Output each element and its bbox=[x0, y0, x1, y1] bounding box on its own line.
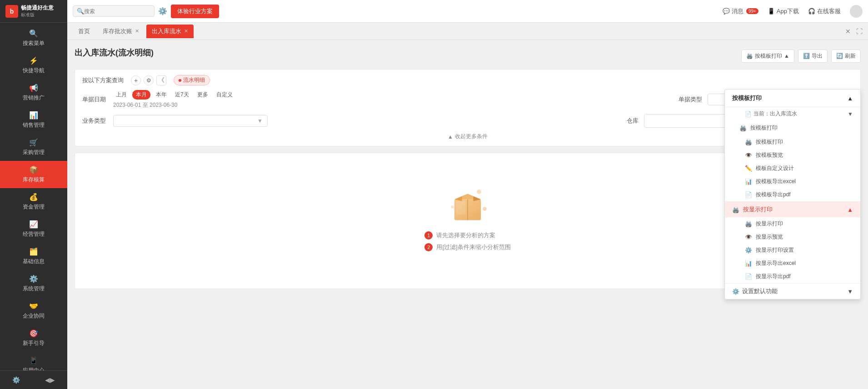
display-print-group-icon: 🖨️ bbox=[732, 206, 739, 213]
business-type-select[interactable]: ▼ bbox=[113, 115, 268, 127]
template-custom-label: 模板自定义设计 bbox=[756, 165, 794, 172]
footer-label: 设置默认功能 bbox=[742, 287, 778, 295]
sidebar-item-sales[interactable]: 📊 销售管理 bbox=[0, 106, 67, 134]
display-excel-label: 按显示导出excel bbox=[756, 259, 796, 267]
tab-home[interactable]: 首页 bbox=[73, 25, 95, 38]
support-btn[interactable]: 🎧 在线客服 bbox=[808, 7, 841, 15]
sidebar-item-collab[interactable]: 🤝 企业协同 bbox=[0, 297, 67, 324]
sidebar-item-quicknav[interactable]: ⚡ 快捷导航 bbox=[0, 52, 67, 79]
nav-label-basic: 基础信息 bbox=[23, 258, 45, 265]
tab-label-batch: 库存批次账 bbox=[103, 27, 132, 35]
search-box[interactable]: 🔍 bbox=[73, 5, 155, 17]
sidebar-item-operations[interactable]: 📈 经营管理 bbox=[0, 215, 67, 243]
date-filter: 上月本月本年近7天更多自定义 2023-06-01 至 2023-06-30 bbox=[113, 90, 235, 109]
sidebar-item-inventory[interactable]: 📦 库存核算 bbox=[0, 161, 67, 188]
filter-collapse-btn[interactable]: 《 bbox=[156, 75, 166, 85]
business-type-label: 业务类型 bbox=[82, 117, 106, 125]
sidebar-item-purchase[interactable]: 🛒 采购管理 bbox=[0, 134, 67, 161]
date-option-current_month[interactable]: 本月 bbox=[132, 90, 150, 100]
date-label: 单据日期 bbox=[82, 95, 106, 104]
header-actions: 🖨️ 按模板打印 ▲ ⬆️ 导出 🔄 刷新 bbox=[741, 50, 861, 63]
template-preview-label: 按模板预览 bbox=[756, 151, 783, 159]
doc-type-label: 单据类型 bbox=[678, 95, 702, 104]
sidebar-item-guide[interactable]: 🎯 新手引导 bbox=[0, 324, 67, 352]
sidebar-collapse-btn[interactable]: ◀▶ bbox=[43, 374, 57, 385]
display-preview-label: 按显示预览 bbox=[756, 233, 783, 241]
display-pdf-label: 按显示导出pdf bbox=[756, 273, 791, 280]
display-print-header[interactable]: 🖨️ 按显示打印 ▲ bbox=[725, 202, 860, 217]
sidebar-item-apps[interactable]: 📱 应用中心 bbox=[0, 352, 67, 370]
display-preview-item[interactable]: 👁️ 按显示预览 bbox=[725, 230, 860, 244]
sidebar-item-marketing[interactable]: 📢 营销推广 bbox=[0, 79, 67, 106]
template-export-pdf-item[interactable]: 📄 按模板导出pdf bbox=[725, 188, 860, 201]
sidebar-settings-btn[interactable]: ⚙️ bbox=[10, 374, 22, 385]
date-option-last7[interactable]: 近7天 bbox=[172, 90, 192, 100]
tab-close-batch[interactable]: ✕ bbox=[135, 28, 139, 34]
export-btn[interactable]: ⬆️ 导出 bbox=[798, 50, 828, 63]
messages-badge: 99+ bbox=[746, 8, 758, 14]
template-preview-icon: 👁️ bbox=[745, 152, 752, 159]
template-preview-item[interactable]: 👁️ 按模板预览 bbox=[725, 149, 860, 162]
display-preview-icon: 👁️ bbox=[745, 234, 752, 240]
empty-tip-1: 1 请先选择要分析的方案 bbox=[424, 231, 510, 239]
display-export-excel-item[interactable]: 📊 按显示导出excel bbox=[725, 257, 860, 270]
tab-label-home: 首页 bbox=[78, 27, 90, 35]
template-custom-icon: ✏️ bbox=[745, 165, 752, 172]
date-options: 上月本月本年近7天更多自定义 bbox=[113, 90, 235, 100]
tab-close-flow[interactable]: ✕ bbox=[184, 28, 188, 34]
empty-tip-2: 2 用[过滤]条件来缩小分析范围 bbox=[424, 243, 510, 251]
template-print-btn[interactable]: 🖨️ 按模板打印 ▲ bbox=[741, 50, 794, 63]
dropdown-collapse-icon[interactable]: ▲ bbox=[847, 95, 853, 102]
filter-add-btn[interactable]: + bbox=[131, 75, 141, 85]
display-print-item[interactable]: 🖨️ 按显示打印 bbox=[725, 217, 860, 230]
print-icon: 🖨️ bbox=[746, 53, 753, 59]
filter-row-top: 按以下方案查询 + ⚙ 《 流水明细 bbox=[82, 75, 853, 85]
page-header: 出入库流水(流水明细) 🖨️ 按模板打印 ▲ ⬆️ 导出 🔄 刷新 bbox=[75, 47, 861, 65]
footer-arrow-icon: ▼ bbox=[847, 288, 853, 295]
template-excel-icon: 📊 bbox=[745, 178, 752, 185]
display-export-pdf-item[interactable]: 📄 按显示导出pdf bbox=[725, 270, 860, 283]
template-print-group-label: 按模板打印 bbox=[750, 124, 778, 132]
sidebar-nav: 🔍 搜索菜单⚡ 快捷导航📢 营销推广📊 销售管理🛒 采购管理📦 库存核算💰 资金… bbox=[0, 23, 67, 370]
industry-btn[interactable]: 体验行业方案 bbox=[171, 5, 219, 18]
print-group-icon: 🖨️ bbox=[739, 125, 747, 131]
search-input[interactable] bbox=[84, 8, 148, 15]
tab-batch[interactable]: 库存批次账✕ bbox=[97, 25, 145, 38]
template-custom-item[interactable]: ✏️ 模板自定义设计 bbox=[725, 162, 860, 175]
tip-num-1: 1 bbox=[424, 231, 433, 239]
template-print-item[interactable]: 🖨️ 按模板打印 bbox=[725, 135, 860, 149]
warehouse-label: 仓库 bbox=[627, 117, 639, 125]
date-option-more[interactable]: 更多 bbox=[195, 90, 211, 100]
filter-tag-dot bbox=[179, 79, 181, 82]
nav-icon-apps: 📱 bbox=[29, 356, 38, 365]
date-option-custom[interactable]: 自定义 bbox=[214, 90, 235, 100]
date-option-prev_month[interactable]: 上月 bbox=[113, 90, 130, 100]
tab-flow[interactable]: 出入库流水✕ bbox=[146, 25, 194, 38]
nav-label-collab: 企业协同 bbox=[23, 312, 45, 320]
sidebar-item-finance[interactable]: 💰 资金管理 bbox=[0, 188, 67, 215]
template-excel-label: 按模板导出excel bbox=[756, 178, 796, 185]
sidebar-item-basic[interactable]: 🗂️ 基础信息 bbox=[0, 243, 67, 270]
user-avatar[interactable] bbox=[850, 5, 863, 18]
dropdown-footer[interactable]: ⚙️ 设置默认功能 ▼ bbox=[725, 284, 860, 299]
date-option-this_year[interactable]: 本年 bbox=[153, 90, 170, 100]
app-icon: 📱 bbox=[768, 8, 775, 15]
filter-settings-btn[interactable]: ⚙ bbox=[144, 75, 154, 85]
filter-controls: + ⚙ 《 bbox=[131, 75, 166, 85]
sidebar-item-search[interactable]: 🔍 搜索菜单 bbox=[0, 25, 67, 52]
template-export-excel-item[interactable]: 📊 按模板导出excel bbox=[725, 175, 860, 188]
footer-icon: ⚙️ bbox=[732, 288, 739, 295]
topbar-gear-icon[interactable]: ⚙️ bbox=[158, 7, 167, 15]
filter-tag-label: 流水明细 bbox=[183, 76, 205, 84]
maximize-icon[interactable]: ⛶ bbox=[856, 28, 863, 35]
sidebar: b 畅捷通好生意 标准版 🔍 搜索菜单⚡ 快捷导航📢 营销推广📊 销售管理🛒 采… bbox=[0, 0, 67, 389]
refresh-btn[interactable]: 🔄 刷新 bbox=[831, 50, 861, 63]
messages-btn[interactable]: 💬 消息 99+ bbox=[723, 7, 758, 15]
tab-maximize-btn[interactable]: ✕ ⛶ bbox=[845, 28, 863, 35]
nav-icon-basic: 🗂️ bbox=[29, 247, 38, 256]
close-tab-icon[interactable]: ✕ bbox=[845, 28, 851, 35]
app-download-btn[interactable]: 📱 App下载 bbox=[768, 7, 799, 15]
display-print-settings-item[interactable]: ⚙️ 按显示打印设置 bbox=[725, 244, 860, 257]
display-settings-icon: ⚙️ bbox=[745, 247, 752, 254]
sidebar-item-system[interactable]: ⚙️ 系统管理 bbox=[0, 270, 67, 297]
